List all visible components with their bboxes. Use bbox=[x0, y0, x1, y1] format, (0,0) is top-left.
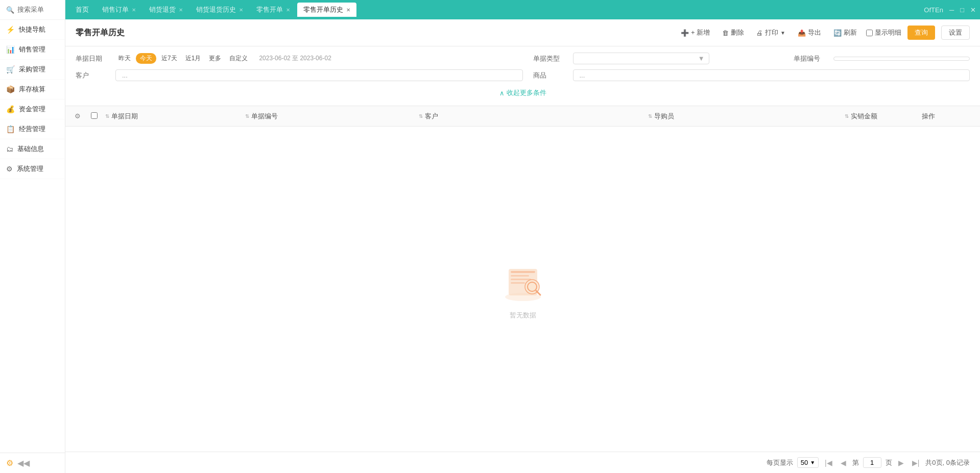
svg-rect-5 bbox=[511, 282, 525, 284]
add-button[interactable]: ➕ + 新增 bbox=[678, 27, 713, 38]
goods-input[interactable]: ... bbox=[573, 69, 970, 81]
tab-sales-return-hist-close[interactable]: ✕ bbox=[239, 7, 243, 13]
date-btn-7days[interactable]: 近7天 bbox=[158, 53, 180, 64]
empty-state: 暂无数据 bbox=[65, 127, 980, 452]
finance-icon: 💰 bbox=[6, 105, 15, 113]
th-num[interactable]: ⇅ 单据编号 bbox=[242, 108, 416, 125]
th-amount[interactable]: ⇅ 实销金额 bbox=[763, 108, 881, 125]
print-button[interactable]: 🖨 打印 ▼ bbox=[753, 27, 788, 38]
content-area: 零售开单历史 ➕ + 新增 🗑 删除 🖨 打印 ▼ 📤 导出 bbox=[65, 19, 980, 473]
sidebar-item-basic-info[interactable]: 🗂 基础信息 bbox=[0, 139, 65, 159]
sales-mgmt-icon: 📊 bbox=[6, 45, 15, 54]
date-filter-label: 单据日期 bbox=[76, 54, 111, 63]
first-page-btn[interactable]: |◀ bbox=[823, 458, 834, 468]
purchase-icon: 🛒 bbox=[6, 65, 15, 73]
doc-num-input[interactable] bbox=[833, 57, 970, 61]
empty-text: 暂无数据 bbox=[510, 311, 536, 320]
tab-retail-hist-close[interactable]: ✕ bbox=[346, 7, 350, 13]
goods-filter-section: 商品 ... bbox=[523, 69, 970, 81]
display-detail-input[interactable] bbox=[866, 30, 873, 36]
window-min-btn[interactable]: ─ bbox=[949, 6, 954, 14]
th-customer[interactable]: ⇅ 客户 bbox=[416, 108, 645, 125]
date-filter-section: 单据日期 昨天 今天 近7天 近1月 更多 自定义 2023-06-02 至 2… bbox=[76, 53, 523, 64]
last-page-btn[interactable]: ▶| bbox=[910, 458, 922, 468]
select-all-checkbox[interactable] bbox=[86, 112, 102, 120]
export-icon: 📤 bbox=[798, 29, 806, 37]
page-number-input[interactable] bbox=[863, 457, 881, 468]
sidebar-bottom: ⚙ ◀◀ bbox=[0, 453, 65, 473]
customer-input[interactable]: ... bbox=[115, 69, 523, 81]
doc-type-dropdown-icon: ▼ bbox=[698, 55, 705, 62]
table-container: ⚙ ⇅ 单据日期 ⇅ 单据编号 ⇅ 客户 ⇅ 导购员 bbox=[65, 106, 980, 452]
delete-icon: 🗑 bbox=[722, 29, 729, 37]
sidebar-item-label: 快捷导航 bbox=[19, 25, 45, 34]
sidebar-item-purchase-mgmt[interactable]: 🛒 采购管理 bbox=[0, 60, 65, 80]
tab-sales-return[interactable]: 销货退货 ✕ bbox=[143, 3, 189, 17]
sidebar: 🔍 搜索采单 ⚡ 快捷导航 📊 销售管理 🛒 采购管理 📦 库存核算 💰 资金管… bbox=[0, 0, 65, 473]
doc-num-label: 单据编号 bbox=[794, 54, 829, 63]
date-btn-custom[interactable]: 自定义 bbox=[226, 53, 251, 64]
doc-type-select[interactable]: ▼ bbox=[573, 53, 709, 64]
sidebar-item-label: 系统管理 bbox=[17, 164, 43, 173]
sidebar-item-label: 基础信息 bbox=[17, 144, 44, 154]
sidebar-item-label: 采购管理 bbox=[19, 65, 45, 74]
doc-type-label: 单据类型 bbox=[533, 54, 569, 63]
prev-page-btn[interactable]: ◀ bbox=[839, 458, 848, 468]
display-detail-checkbox[interactable]: 显示明细 bbox=[866, 28, 901, 37]
date-btn-more[interactable]: 更多 bbox=[206, 53, 224, 64]
date-btn-1month[interactable]: 近1月 bbox=[182, 53, 204, 64]
often-label[interactable]: OfTEn bbox=[924, 6, 943, 14]
sidebar-item-sales-mgmt[interactable]: 📊 销售管理 bbox=[0, 40, 65, 60]
per-page-label: 每页显示 bbox=[767, 458, 793, 467]
sidebar-item-label: 库存核算 bbox=[19, 85, 45, 94]
tab-retail-hist[interactable]: 零售开单历史 ✕ bbox=[297, 3, 356, 17]
sidebar-item-finance[interactable]: 💰 资金管理 bbox=[0, 99, 65, 119]
svg-rect-4 bbox=[511, 279, 531, 280]
quick-nav-icon: ⚡ bbox=[6, 26, 15, 34]
search-label: 搜索采单 bbox=[17, 5, 44, 14]
goods-dots: ... bbox=[580, 71, 585, 79]
sidebar-collapse-icon[interactable]: ◀◀ bbox=[17, 458, 30, 468]
tab-retail-open[interactable]: 零售开单 ✕ bbox=[250, 3, 296, 17]
window-close-btn[interactable]: ✕ bbox=[970, 6, 976, 14]
inventory-icon: 📦 bbox=[6, 85, 15, 93]
operation-icon: 📋 bbox=[6, 125, 15, 133]
refresh-button[interactable]: 🔄 刷新 bbox=[830, 27, 860, 38]
delete-button[interactable]: 🗑 删除 bbox=[719, 27, 747, 38]
tab-home[interactable]: 首页 bbox=[69, 3, 95, 17]
th-guide-sort-icon: ⇅ bbox=[648, 113, 652, 119]
tab-sales-return-close[interactable]: ✕ bbox=[179, 7, 183, 13]
table-header: ⚙ ⇅ 单据日期 ⇅ 单据编号 ⇅ 客户 ⇅ 导购员 bbox=[65, 106, 980, 127]
date-btn-today[interactable]: 今天 bbox=[136, 53, 156, 64]
filter-area: 单据日期 昨天 今天 近7天 近1月 更多 自定义 2023-06-02 至 2… bbox=[65, 46, 980, 106]
sidebar-item-quick-nav[interactable]: ⚡ 快捷导航 bbox=[0, 20, 65, 40]
column-settings-btn[interactable]: ⚙ bbox=[69, 112, 86, 120]
sidebar-item-inventory[interactable]: 📦 库存核算 bbox=[0, 80, 65, 99]
tab-sales-return-hist[interactable]: 销货退货历史 ✕ bbox=[190, 3, 249, 17]
th-date[interactable]: ⇅ 单据日期 bbox=[102, 108, 242, 125]
bottom-settings-icon[interactable]: ⚙ bbox=[6, 458, 13, 468]
tab-sales-order-close[interactable]: ✕ bbox=[132, 7, 136, 13]
basic-info-icon: 🗂 bbox=[6, 145, 13, 153]
next-page-btn[interactable]: ▶ bbox=[896, 458, 906, 468]
sidebar-item-system[interactable]: ⚙ 系统管理 bbox=[0, 159, 65, 179]
settings-button[interactable]: 设置 bbox=[941, 26, 970, 40]
page-size-value: 50 bbox=[801, 459, 808, 466]
search-menu[interactable]: 🔍 搜索采单 bbox=[0, 0, 65, 20]
filter-row-1: 单据日期 昨天 今天 近7天 近1月 更多 自定义 2023-06-02 至 2… bbox=[76, 53, 970, 64]
tab-retail-open-close[interactable]: ✕ bbox=[286, 7, 290, 13]
query-button[interactable]: 查询 bbox=[907, 26, 935, 40]
page-num-label: 第 bbox=[852, 458, 859, 467]
sidebar-item-operation[interactable]: 📋 经营管理 bbox=[0, 119, 65, 139]
collapse-up-icon: ∧ bbox=[499, 89, 505, 97]
page-title: 零售开单历史 bbox=[76, 28, 125, 38]
pagination: 每页显示 50 ▼ |◀ ◀ 第 页 ▶ ▶| 共0页, 0条记录 bbox=[65, 452, 980, 473]
page-size-select[interactable]: 50 ▼ bbox=[797, 457, 819, 468]
export-button[interactable]: 📤 导出 bbox=[795, 27, 824, 38]
date-btn-yesterday[interactable]: 昨天 bbox=[115, 53, 134, 64]
collapse-filter-btn[interactable]: ∧ 收起更多条件 bbox=[76, 86, 970, 99]
tab-sales-order[interactable]: 销售订单 ✕ bbox=[96, 3, 142, 17]
window-max-btn[interactable]: □ bbox=[960, 6, 964, 14]
th-guide[interactable]: ⇅ 导购员 bbox=[645, 108, 763, 125]
refresh-icon: 🔄 bbox=[833, 29, 842, 37]
